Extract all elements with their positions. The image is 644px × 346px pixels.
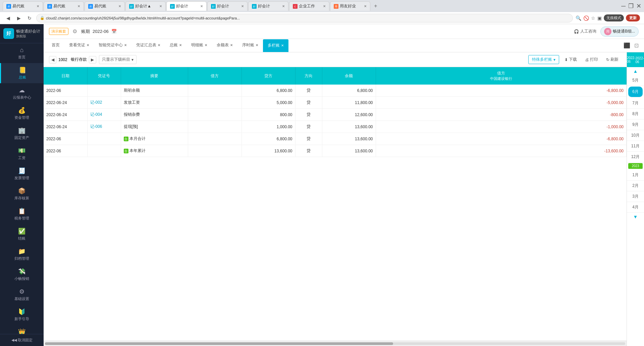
browser-tab-8[interactable]: C 企业工作 ✕	[289, 1, 329, 11]
voucher-link[interactable]: 记-006	[90, 124, 102, 129]
tab-voucher-summary[interactable]: 凭证汇总表 ✕	[131, 39, 165, 52]
voucher-link[interactable]: 记-004	[90, 112, 102, 117]
tab-multi-column[interactable]: 多栏账 ✕	[263, 39, 288, 52]
refresh-table-button[interactable]: ↻ 刷新	[603, 55, 621, 64]
tab-close-5[interactable]: ✕	[199, 4, 203, 8]
cell-balance: 11,800.00	[322, 97, 376, 109]
tab-general-ledger[interactable]: 总账 ✕	[165, 39, 186, 52]
sidebar-item-tax[interactable]: 📋 税务管理	[0, 204, 44, 224]
sidebar-item-invoice[interactable]: 🧾 发票管理	[0, 164, 44, 184]
filter-dropdown[interactable]: 只显示下级科目 ▾	[99, 55, 137, 64]
sidebar-item-guide[interactable]: 🔰 新手引导	[0, 305, 44, 325]
voucher-link[interactable]: 记-002	[90, 100, 102, 105]
block-icon[interactable]: 🚫	[583, 15, 589, 21]
sidebar-item-expense[interactable]: 💸 小畅报销	[0, 264, 44, 285]
close-icon[interactable]: ✕	[636, 2, 641, 10]
browser-tab-1[interactable]: 易 易代账 ✕	[3, 1, 43, 11]
sidebar-item-close[interactable]: ✅ 结账	[0, 224, 44, 244]
sidebar-item-payroll[interactable]: 💵 工资	[0, 144, 44, 164]
tab-close-7[interactable]: ✕	[281, 4, 285, 8]
sidebar-item-settings[interactable]: ⚙ 基础设置	[0, 285, 44, 305]
tab-smart-voucher-close[interactable]: ✕	[124, 43, 127, 47]
month-item-11[interactable]: 11月	[627, 141, 644, 152]
month-item-12[interactable]: 12月	[627, 152, 644, 162]
browser-tab-9[interactable]: 用 用友好业 ✕	[330, 1, 370, 11]
tab-close-8[interactable]: ✕	[322, 4, 326, 8]
forward-button[interactable]: ▶	[15, 14, 23, 22]
sidebar-item-inventory[interactable]: 📦 库存核算	[0, 184, 44, 204]
user-menu[interactable]: 用 畅捷通B细...	[600, 27, 639, 37]
back-button[interactable]: ◀	[4, 14, 12, 22]
month-item-5[interactable]: 5月	[627, 75, 644, 86]
scrollbar-thumb[interactable]	[45, 342, 393, 345]
collapse-panel-button[interactable]: ⬛	[622, 42, 632, 49]
print-button[interactable]: 🖨 打印	[582, 55, 601, 64]
browser-tab-4[interactable]: 好 好会计▲ ✕	[125, 1, 166, 11]
tab-view-voucher-close[interactable]: ✕	[87, 43, 89, 47]
sidebar-toggle-icon[interactable]: ▣	[597, 15, 602, 21]
tab-balance[interactable]: 余额表 ✕	[212, 39, 237, 52]
tab-balance-close[interactable]: ✕	[230, 43, 233, 47]
bottom-scrollbar[interactable]	[44, 341, 627, 346]
month-item-1-2023[interactable]: 1月	[627, 170, 644, 181]
special-btn-dropdown-icon: ▾	[553, 57, 555, 62]
sidebar-item-home[interactable]: ⌂ 首页	[0, 43, 44, 63]
tab-sequential[interactable]: 序时账 ✕	[237, 39, 263, 52]
tab-close-3[interactable]: ✕	[117, 4, 121, 8]
special-multi-button[interactable]: 特殊多栏账 ▾	[528, 55, 559, 64]
month-item-3-2023[interactable]: 3月	[627, 191, 644, 202]
sidebar-item-cloud[interactable]: ☁ 云报表中心	[0, 83, 44, 103]
month-item-8[interactable]: 8月	[627, 109, 644, 119]
tab-close-6[interactable]: ✕	[240, 4, 244, 8]
month-item-4-2023[interactable]: 4月	[627, 202, 644, 213]
month-item-6[interactable]: 6月	[628, 87, 643, 97]
url-input[interactable]: 🔒 cloud2.chanjet.com/accounting/uh26t264…	[36, 14, 573, 22]
download-button[interactable]: ⬇ 下载	[562, 55, 580, 64]
tab-multi-column-close[interactable]: ✕	[281, 44, 284, 47]
browser-tab-6[interactable]: 好 好会计 ✕	[207, 1, 248, 11]
minimize-icon[interactable]: ─	[621, 3, 626, 10]
sidebar-item-member[interactable]: 👑 畅会员	[0, 325, 44, 334]
settings-gear-icon[interactable]: ⚙	[72, 28, 77, 35]
next-account-button[interactable]: ▶	[89, 56, 96, 63]
browser-tab-5[interactable]: 好 好会计 ✕	[166, 1, 207, 11]
sidebar-item-assets[interactable]: 🏢 固定资产	[0, 123, 44, 144]
restore-icon[interactable]: ❐	[628, 2, 634, 10]
sidebar-item-ledger[interactable]: 📒 总账	[0, 63, 44, 83]
month-item-10[interactable]: 10月	[627, 130, 644, 141]
new-tab-button[interactable]: +	[371, 1, 380, 11]
star-icon[interactable]: ☆	[591, 15, 595, 21]
tab-sequential-close[interactable]: ✕	[256, 43, 258, 47]
search-icon[interactable]: 🔍	[576, 15, 581, 21]
browser-tab-7[interactable]: 好 好会计 ✕	[248, 1, 288, 11]
refresh-button[interactable]: ↻	[25, 14, 34, 22]
month-item-2-2023[interactable]: 2月	[627, 181, 644, 191]
consult-button[interactable]: 🎧 人工咨询	[574, 29, 596, 34]
tab-close-2[interactable]: ✕	[76, 4, 80, 8]
sidebar-item-archive[interactable]: 📁 归档管理	[0, 244, 44, 264]
cell-debit	[188, 133, 241, 145]
tab-close-4[interactable]: ✕	[158, 4, 162, 8]
month-item-9[interactable]: 9月	[627, 119, 644, 130]
tab-voucher-summary-close[interactable]: ✕	[158, 43, 160, 47]
update-button[interactable]: 更新	[626, 14, 640, 21]
browser-tab-3[interactable]: 易 易代账 ✕	[85, 1, 125, 11]
month-scroll-up[interactable]: ▲	[627, 67, 644, 75]
prev-account-button[interactable]: ◀	[49, 56, 56, 63]
sidebar-item-funds[interactable]: 💰 资金管理	[0, 103, 44, 123]
tab-close-1[interactable]: ✕	[35, 4, 39, 8]
tab-detail-ledger[interactable]: 明细账 ✕	[186, 39, 212, 52]
expand-panel-button[interactable]: ⊡	[632, 42, 641, 49]
tab-view-voucher[interactable]: 查看凭证 ✕	[64, 39, 94, 52]
month-item-7[interactable]: 7月	[627, 98, 644, 109]
no-trace-button[interactable]: 无痕模式	[604, 14, 624, 21]
pin-button[interactable]: ◀◀ 取消固定	[11, 338, 33, 343]
tab-smart-voucher[interactable]: 智能凭证中心 ✕	[94, 39, 131, 52]
tab-general-ledger-close[interactable]: ✕	[179, 43, 182, 47]
tab-home[interactable]: 首页	[47, 39, 64, 52]
month-scroll-down[interactable]: ▼	[627, 213, 644, 221]
tab-close-9[interactable]: ✕	[363, 4, 367, 8]
browser-tab-2[interactable]: 易 易代账 ✕	[44, 1, 84, 11]
tab-detail-ledger-close[interactable]: ✕	[205, 43, 207, 47]
calendar-icon[interactable]: 📅	[111, 29, 117, 34]
